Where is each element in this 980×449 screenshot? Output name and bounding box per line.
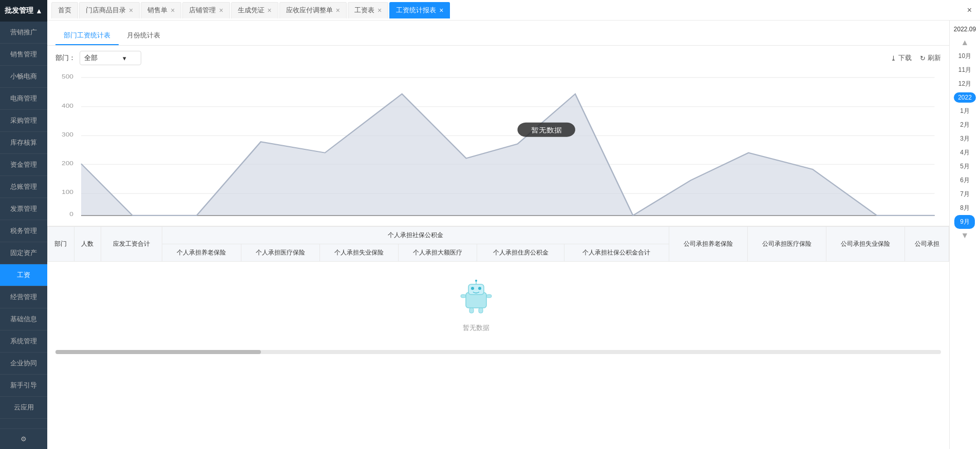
tab-close-button[interactable]: × [129, 7, 133, 14]
date-nav-month-4月[interactable]: 4月 [954, 146, 976, 160]
tab-首页[interactable]: 首页 [51, 2, 78, 18]
tab-close-button[interactable]: × [336, 7, 340, 14]
refresh-button[interactable]: ↻ 刷新 [920, 53, 941, 63]
svg-point-17 [475, 280, 477, 282]
svg-point-14 [471, 287, 474, 290]
main-area: 首页门店商品目录×销售单×店铺管理×生成凭证×应收应付调整单×工资表×工资统计报… [47, 0, 980, 449]
sidebar-item-云应用[interactable]: 云应用 [0, 397, 47, 419]
col-group-personal: 个人承担社保公积金 [162, 227, 669, 244]
tab-工资表[interactable]: 工资表× [348, 2, 388, 18]
date-nav-month-10月[interactable]: 10月 [954, 49, 976, 63]
date-nav-month-7月[interactable]: 7月 [954, 187, 976, 201]
sidebar-item-库存核算[interactable]: 库存核算 [0, 132, 47, 154]
sidebar-title: 批发管理 [5, 6, 33, 15]
sidebar-item-销售管理[interactable]: 销售管理 [0, 44, 47, 66]
sidebar-item-基础信息[interactable]: 基础信息 [0, 308, 47, 330]
col-personal-pension: 个人承担养老保险 [162, 244, 241, 262]
date-nav-month-12月[interactable]: 12月 [954, 77, 976, 91]
date-nav-up-arrow[interactable]: ▲ [959, 36, 971, 49]
empty-robot-icon [456, 277, 497, 318]
toolbar-right: ⤓ 下载 ↻ 刷新 [891, 53, 941, 63]
svg-text:0: 0 [69, 210, 73, 218]
date-nav-month-5月[interactable]: 5月 [954, 160, 976, 173]
sidebar-item-企业协同[interactable]: 企业协同 [0, 353, 47, 375]
download-button[interactable]: ⤓ 下载 [891, 53, 912, 63]
svg-rect-21 [479, 308, 483, 313]
date-nav-year[interactable]: 2022 [954, 92, 976, 103]
sub-tab-月份统计表[interactable]: 月份统计表 [119, 27, 168, 45]
tab-label: 门店商品目录 [86, 6, 126, 15]
table-scrollbar[interactable] [55, 350, 941, 354]
svg-rect-18 [461, 295, 466, 298]
svg-text:500: 500 [62, 73, 73, 80]
tab-店铺管理[interactable]: 店铺管理× [182, 2, 230, 18]
tab-销售单[interactable]: 销售单× [141, 2, 181, 18]
tab-bar: 首页门店商品目录×销售单×店铺管理×生成凭证×应收应付调整单×工资表×工资统计报… [47, 0, 980, 21]
sidebar-item-采购管理[interactable]: 采购管理 [0, 110, 47, 132]
sidebar-item-小畅电商[interactable]: 小畅电商 [0, 66, 47, 88]
empty-row: 暂无数据 [48, 262, 949, 348]
tab-应收应付调整单[interactable]: 应收应付调整单× [279, 2, 347, 18]
date-nav-month-8月[interactable]: 8月 [954, 201, 976, 215]
sub-tabs: 部门工资统计表月份统计表 [47, 21, 949, 46]
col-company-medical: 公司承担医疗保险 [747, 227, 826, 262]
tab-close-button[interactable]: × [219, 7, 223, 14]
page-content: 部门工资统计表月份统计表 部门： 全部 ▾ ⤓ 下载 [47, 21, 980, 449]
sidebar-item-固定资产[interactable]: 固定资产 [0, 242, 47, 264]
col-personal-total: 个人承担社保公积金合计 [564, 244, 669, 262]
sidebar-footer-settings[interactable]: ⚙ [0, 428, 47, 449]
date-nav-month-1月[interactable]: 1月 [954, 104, 976, 118]
col-total-wage: 应发工资合计 [101, 227, 162, 262]
sidebar-item-税务管理[interactable]: 税务管理 [0, 220, 47, 242]
date-nav-month-11月[interactable]: 11月 [954, 63, 976, 77]
sidebar-item-新手引导[interactable]: 新手引导 [0, 375, 47, 397]
col-personal-unemployment: 个人承担失业保险 [319, 244, 398, 262]
sidebar-item-发票管理[interactable]: 发票管理 [0, 198, 47, 220]
tab-门店商品目录[interactable]: 门店商品目录× [79, 2, 140, 18]
col-personal-housing: 个人承担住房公积金 [477, 244, 564, 262]
chart-svg: 500 400 300 200 100 0 [55, 70, 941, 224]
svg-rect-19 [486, 295, 492, 298]
col-personal-major-medical: 个人承担大额医疗 [398, 244, 477, 262]
sub-tab-部门工资统计表[interactable]: 部门工资统计表 [55, 27, 119, 45]
tab-生成凭证[interactable]: 生成凭证× [231, 2, 278, 18]
svg-text:300: 300 [62, 131, 73, 138]
tab-close-button[interactable]: × [439, 7, 443, 14]
col-company-unemployment: 公司承担失业保险 [826, 227, 905, 262]
sidebar-item-总账管理[interactable]: 总账管理 [0, 176, 47, 198]
settings-icon: ⚙ [21, 435, 27, 443]
empty-text: 暂无数据 [463, 323, 489, 333]
download-icon: ⤓ [891, 54, 896, 62]
sidebar-item-工资[interactable]: 工资 [0, 264, 47, 286]
tab-工资统计报表[interactable]: 工资统计报表× [389, 2, 450, 18]
sidebar-item-经营管理[interactable]: 经营管理 [0, 286, 47, 308]
dept-select[interactable]: 全部 ▾ [80, 51, 141, 65]
date-nav-month-3月[interactable]: 3月 [954, 132, 976, 146]
sidebar-header[interactable]: 批发管理 ▲ [0, 0, 47, 22]
date-nav-month-9月[interactable]: 9月 [954, 215, 975, 229]
close-all-tabs-button[interactable]: × [963, 4, 976, 17]
svg-text:200: 200 [62, 160, 73, 167]
sidebar-item-资金管理[interactable]: 资金管理 [0, 154, 47, 176]
sidebar: 批发管理 ▲ 营销推广销售管理小畅电商电商管理采购管理库存核算资金管理总账管理发… [0, 0, 47, 449]
tab-close-button[interactable]: × [171, 7, 175, 14]
chart-container: 500 400 300 200 100 0 [47, 70, 949, 226]
sidebar-arrow-icon: ▲ [35, 7, 43, 15]
sidebar-item-营销推广[interactable]: 营销推广 [0, 22, 47, 44]
empty-state: 暂无数据 [48, 262, 905, 348]
sidebar-item-系统管理[interactable]: 系统管理 [0, 330, 47, 353]
toolbar-left: 部门： 全部 ▾ [55, 51, 141, 65]
svg-point-15 [478, 287, 481, 290]
table-area[interactable]: 部门 人数 应发工资合计 个人承担社保公积金 公司承担养老保险 公司承担医疗保险… [47, 226, 949, 449]
tab-close-button[interactable]: × [378, 7, 382, 14]
tab-label: 工资表 [354, 6, 374, 15]
date-navigator: 2022.09 ▲ 10月11月12月20221月2月3月4月5月6月7月8月9… [949, 21, 980, 449]
dept-select-value: 全部 [84, 53, 98, 63]
tab-close-button[interactable]: × [268, 7, 272, 14]
chart-area [81, 94, 935, 216]
date-nav-month-6月[interactable]: 6月 [954, 173, 976, 187]
chevron-down-icon: ▾ [123, 54, 126, 62]
date-nav-down-arrow[interactable]: ▼ [959, 229, 971, 242]
date-nav-month-2月[interactable]: 2月 [954, 118, 976, 132]
sidebar-item-电商管理[interactable]: 电商管理 [0, 88, 47, 110]
